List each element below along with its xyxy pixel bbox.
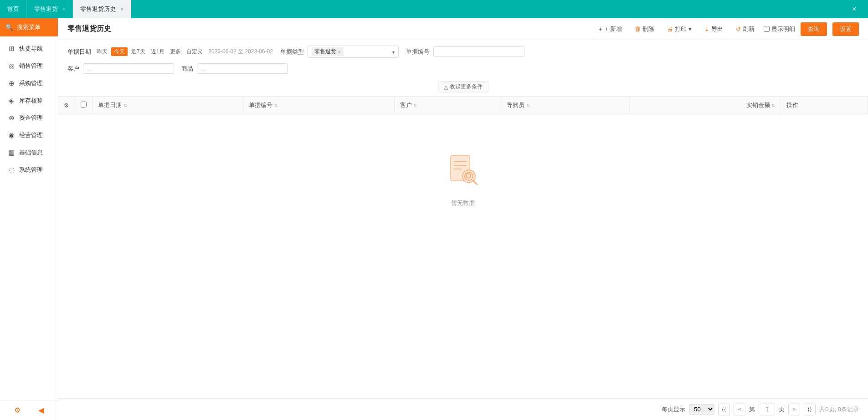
data-table: ⚙ 单据日期 单据编号 bbox=[58, 97, 868, 244]
empty-text: 暂无数据 bbox=[451, 199, 475, 207]
page-size-label: 每页显示 bbox=[662, 405, 685, 414]
delete-icon: 🗑 bbox=[635, 26, 641, 32]
th-date[interactable]: 单据日期 bbox=[92, 97, 243, 114]
select-all-checkbox[interactable] bbox=[81, 102, 87, 108]
th-checkbox[interactable] bbox=[75, 97, 92, 114]
sidebar-collapse-button[interactable]: ◀ bbox=[38, 406, 44, 415]
export-label: 导出 bbox=[711, 25, 723, 33]
tab-bar: 首页 零售退货 × 零售退货历史 × bbox=[0, 0, 848, 18]
page-title: 零售退货历史 bbox=[67, 24, 111, 34]
customer-input[interactable] bbox=[83, 63, 174, 74]
first-page-button[interactable]: ⟨⟨ bbox=[718, 404, 730, 415]
operations-icon: ◉ bbox=[7, 131, 15, 139]
sidebar-settings-button[interactable]: ⚙ bbox=[14, 406, 21, 415]
print-label: 打印 bbox=[675, 25, 687, 33]
next-page-button[interactable]: ＞ bbox=[788, 404, 800, 415]
query-button[interactable]: 查询 bbox=[801, 22, 827, 36]
last-page-button[interactable]: ⟩⟩ bbox=[804, 404, 816, 415]
collapse-label: 收起更多条件 bbox=[450, 83, 483, 91]
window-close-button[interactable]: × bbox=[848, 3, 861, 15]
page-word: 第 bbox=[749, 405, 755, 414]
content-area: 零售退货历史 ＋ + 新增 🗑 删除 🖨 打印 ▾ ⤓ 导出 bbox=[58, 18, 868, 420]
refresh-button[interactable]: ↺ 刷新 bbox=[732, 23, 758, 35]
new-button[interactable]: ＋ + 新增 bbox=[594, 23, 626, 35]
voucher-no-input[interactable] bbox=[433, 46, 524, 57]
th-voucher-no-label: 单据编号 bbox=[249, 102, 272, 108]
refresh-icon: ↺ bbox=[736, 26, 741, 32]
date-shortcuts: 昨天 今天 近7天 近1月 更多 自定义 2023-06-02 至 2023-0… bbox=[95, 47, 273, 56]
sidebar-item-purchase-mgmt[interactable]: ⊕ 采购管理 bbox=[0, 75, 58, 92]
show-detail-input[interactable] bbox=[764, 26, 770, 32]
show-detail-checkbox[interactable]: 显示明细 bbox=[764, 25, 795, 33]
date-7days[interactable]: 近7天 bbox=[129, 47, 147, 56]
th-voucher-no[interactable]: 单据编号 bbox=[243, 97, 394, 114]
th-actual-amount[interactable]: 实销金额 bbox=[630, 97, 781, 114]
page-total: 共0页, 0条记录 bbox=[819, 405, 859, 414]
prev-page-button[interactable]: ＜ bbox=[734, 404, 745, 415]
print-button[interactable]: 🖨 打印 ▾ bbox=[663, 23, 695, 35]
tab-retail-return-history[interactable]: 零售退货历史 × bbox=[73, 0, 131, 18]
voucher-type-tag: 零售退货 × bbox=[312, 47, 344, 56]
th-settings[interactable]: ⚙ bbox=[58, 97, 75, 114]
date-filter: 单据日期 昨天 今天 近7天 近1月 更多 自定义 2023-06-02 至 2… bbox=[67, 47, 273, 56]
date-more[interactable]: 更多 bbox=[168, 47, 183, 56]
svg-line-6 bbox=[473, 181, 477, 184]
sidebar-item-sales-mgmt-label: 销售管理 bbox=[19, 62, 43, 70]
filter-row-1: 单据日期 昨天 今天 近7天 近1月 更多 自定义 2023-06-02 至 2… bbox=[67, 46, 859, 58]
goods-label: 商品 bbox=[181, 65, 193, 73]
sidebar-item-sales-mgmt[interactable]: ◎ 销售管理 bbox=[0, 57, 58, 75]
export-button[interactable]: ⤓ 导出 bbox=[701, 23, 727, 35]
export-icon: ⤓ bbox=[704, 26, 709, 32]
voucher-type-chevron-icon bbox=[392, 48, 395, 55]
th-voucher-no-sort-icon bbox=[274, 102, 278, 108]
goods-input[interactable] bbox=[197, 63, 288, 74]
date-1month[interactable]: 近1月 bbox=[149, 47, 167, 56]
settings-button[interactable]: 设置 bbox=[832, 22, 859, 36]
sidebar-item-finance[interactable]: ⊜ 资金管理 bbox=[0, 109, 58, 127]
sidebar-item-operations[interactable]: ◉ 经营管理 bbox=[0, 127, 58, 144]
basic-info-icon: ▦ bbox=[7, 149, 15, 157]
th-actual-amount-label: 实销金额 bbox=[746, 102, 770, 108]
th-operation-label: 操作 bbox=[786, 102, 798, 108]
sidebar-item-inventory[interactable]: ◈ 库存核算 bbox=[0, 92, 58, 109]
collapse-row: △ 收起更多条件 bbox=[67, 79, 859, 96]
empty-state: 暂无数据 bbox=[58, 114, 868, 244]
sidebar-item-basic-info[interactable]: ▦ 基础信息 bbox=[0, 144, 58, 161]
finance-icon: ⊜ bbox=[7, 114, 15, 122]
page-number-input[interactable] bbox=[759, 404, 775, 415]
pagination-bar: 每页显示 50 10 20 100 ⟨⟨ ＜ 第 页 ＞ ⟩⟩ 共0页, 0条记… bbox=[58, 398, 868, 420]
th-customer[interactable]: 客户 bbox=[394, 97, 501, 114]
voucher-type-tag-close[interactable]: × bbox=[338, 49, 341, 55]
print-icon: 🖨 bbox=[667, 26, 673, 32]
date-today[interactable]: 今天 bbox=[111, 47, 128, 56]
sidebar-item-system-mgmt-label: 系统管理 bbox=[19, 166, 43, 174]
search-icon: 🔍 bbox=[5, 24, 13, 31]
collapse-button[interactable]: △ 收起更多条件 bbox=[438, 81, 488, 92]
date-custom[interactable]: 自定义 bbox=[185, 47, 205, 56]
sidebar-item-quick-nav-label: 快捷导航 bbox=[19, 45, 43, 53]
tab-home[interactable]: 首页 bbox=[0, 0, 27, 18]
page-size-select[interactable]: 50 10 20 100 bbox=[689, 404, 714, 415]
voucher-type-select[interactable]: 零售退货 × bbox=[308, 46, 399, 58]
delete-button[interactable]: 🗑 删除 bbox=[631, 23, 658, 35]
sidebar-item-quick-nav[interactable]: ⊞ 快捷导航 bbox=[0, 40, 58, 57]
sidebar-item-operations-label: 经营管理 bbox=[19, 131, 43, 139]
table-body: 暂无数据 bbox=[58, 114, 868, 244]
voucher-no-filter: 单据编号 bbox=[406, 46, 524, 57]
tab-retail-return-close[interactable]: × bbox=[62, 6, 65, 12]
th-date-sort-icon bbox=[123, 102, 127, 108]
refresh-label: 刷新 bbox=[743, 25, 755, 33]
tab-retail-return-history-close[interactable]: × bbox=[120, 6, 123, 12]
tab-retail-return-history-label: 零售退货历史 bbox=[80, 5, 116, 13]
new-icon: ＋ bbox=[597, 25, 603, 33]
sidebar-search-label: 搜索菜单 bbox=[17, 23, 41, 31]
th-guide[interactable]: 导购员 bbox=[501, 97, 630, 114]
date-yesterday[interactable]: 昨天 bbox=[95, 47, 109, 56]
sidebar-search[interactable]: 🔍 搜索菜单 bbox=[0, 18, 58, 36]
th-customer-label: 客户 bbox=[400, 102, 412, 108]
th-guide-label: 导购员 bbox=[507, 102, 524, 108]
customer-label: 客户 bbox=[67, 65, 79, 73]
tab-retail-return[interactable]: 零售退货 × bbox=[27, 0, 73, 18]
sidebar-item-finance-label: 资金管理 bbox=[19, 114, 43, 122]
sidebar-item-system-mgmt[interactable]: ◌ 系统管理 bbox=[0, 161, 58, 179]
